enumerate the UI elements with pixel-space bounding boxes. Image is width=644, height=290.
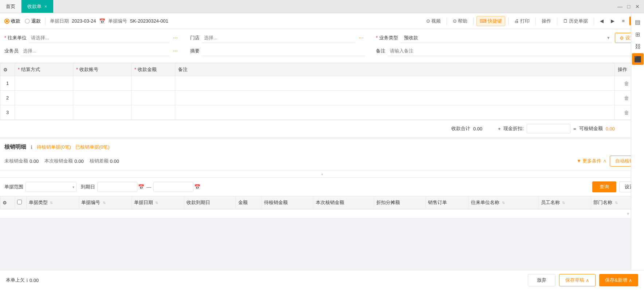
range-select-wrapper xyxy=(25,182,76,192)
gear-icon: ⚙ xyxy=(620,35,624,41)
range-label: 单据范围 xyxy=(4,184,23,190)
divider7 xyxy=(594,17,594,25)
account-cell-2[interactable] xyxy=(73,91,131,105)
remark-cell-1[interactable] xyxy=(175,76,615,91)
range-select[interactable] xyxy=(25,182,76,192)
nav-next-button[interactable]: ▶ xyxy=(608,17,617,25)
refund-radio[interactable]: 退款 xyxy=(25,18,41,24)
settle-cell-1[interactable] xyxy=(15,76,73,91)
diff-value: 0.00 xyxy=(110,158,119,164)
nav-prev-button[interactable]: ◀ xyxy=(597,17,606,25)
help-button[interactable]: ⊙ 帮助 xyxy=(450,16,470,26)
staff-label: 业务员 xyxy=(4,48,19,54)
delete-icon-1[interactable]: 🗑 xyxy=(624,81,629,86)
sort-shop-icon[interactable]: ⇅ xyxy=(615,201,618,205)
col-staff-header: 员工名称 ⇅ xyxy=(539,196,591,209)
sort-no-icon[interactable]: ⇅ xyxy=(103,201,106,205)
footer-balance: 本单上欠 ℹ 0.00 xyxy=(6,277,39,283)
total-value: 0.00 xyxy=(473,126,495,132)
receipt-radio[interactable]: 收款 xyxy=(4,18,20,24)
remark-cell-3[interactable] xyxy=(175,105,615,120)
select-all-checkbox[interactable] xyxy=(17,200,22,204)
staff-input[interactable] xyxy=(21,46,169,56)
table-row: 1 🗑 ⧉ xyxy=(0,76,644,91)
verification-info-icon[interactable]: ℹ xyxy=(31,144,32,150)
divider6 xyxy=(557,17,557,25)
col-settings[interactable]: ⚙ xyxy=(0,196,15,209)
partner-input[interactable] xyxy=(29,33,169,43)
date-from-input[interactable]: 2022-04-01 xyxy=(97,182,137,192)
pending-tab-link[interactable]: 待核销单据(0笔) xyxy=(37,144,71,150)
done-tab-link[interactable]: 已核销单据(0笔) xyxy=(75,144,110,150)
date-to-icon[interactable]: 📅 xyxy=(194,184,200,190)
sort-staff-icon[interactable]: ⇅ xyxy=(562,201,565,205)
print-button[interactable]: 🖨 打印 xyxy=(511,16,533,26)
footer: 本单上欠 ℹ 0.00 放弃 保存草稿 ∧ 保存&新增 ∧ xyxy=(0,270,644,290)
tab-receipt[interactable]: 收款单 × xyxy=(21,0,53,13)
current-label: 本次核销金额 xyxy=(44,158,73,164)
amount-cell-2[interactable] xyxy=(131,91,175,105)
more-conditions-button[interactable]: ▼ 更多条件 ∧ xyxy=(577,158,607,164)
date-to-input[interactable]: 2022-04-12 xyxy=(153,182,193,192)
amount-cell-1[interactable] xyxy=(131,76,175,91)
biz-type-select[interactable]: 预收款 ▾ xyxy=(400,33,612,43)
shortcut-label: 快捷键 xyxy=(488,18,502,24)
biz-type-field: 业务类型 预收款 ▾ xyxy=(376,33,612,43)
receipt-table: ⚙ 结算方式 收款账号 收款金额 备注 操作 xyxy=(0,63,644,120)
shortcut-button[interactable]: ⌨ 快捷键 xyxy=(476,16,505,26)
partner-more-icon[interactable]: ··· xyxy=(172,35,179,41)
shop-more-icon[interactable]: ··· xyxy=(357,35,365,41)
refund-label: 退款 xyxy=(31,18,41,24)
remark-cell-2[interactable] xyxy=(175,91,615,105)
expand-indicator[interactable]: ▾ xyxy=(0,170,644,177)
shop-input[interactable] xyxy=(202,33,355,43)
section-title: 核销明细 xyxy=(4,144,26,150)
date-from-icon[interactable]: 📅 xyxy=(138,184,144,190)
list-view-button[interactable]: ≡ xyxy=(619,17,628,25)
close-window-button[interactable]: ✕ xyxy=(634,3,641,10)
staff-more-icon[interactable]: ··· xyxy=(172,48,179,54)
calendar-icon[interactable]: 📅 xyxy=(99,18,105,24)
operation-button[interactable]: 操作 xyxy=(539,16,554,26)
tab-close-icon[interactable]: × xyxy=(44,4,47,9)
memo-field: 摘要 xyxy=(190,46,365,56)
main-content: 往来单位 ··· 门店 ··· 业务类型 预收款 ▾ xyxy=(0,29,644,277)
memo-input[interactable] xyxy=(202,46,365,56)
shortcut-icon: ⌨ xyxy=(480,18,487,24)
table-row: 2 🗑 ⧉ xyxy=(0,91,644,105)
history-button[interactable]: 🗒 历史单据 xyxy=(560,16,591,26)
maximize-button[interactable]: □ xyxy=(625,3,632,10)
sort-partner-icon[interactable]: ⇅ xyxy=(502,201,505,205)
tab-home[interactable]: 首页 xyxy=(0,0,21,13)
sidebar-grid-icon[interactable]: ⊞ xyxy=(632,28,644,40)
remark-input[interactable] xyxy=(388,46,640,56)
settle-cell-3[interactable] xyxy=(15,105,73,120)
discount-input[interactable] xyxy=(527,124,570,133)
doc-date-label: 单据日期 xyxy=(50,18,69,24)
query-button[interactable]: 查询 xyxy=(592,181,616,192)
toolbar: 收款 退款 单据日期 2023-03-24 📅 单据编号 SK-20230324… xyxy=(0,13,644,29)
video-button[interactable]: ⊙ 视频 xyxy=(423,16,444,26)
save-draft-button[interactable]: 保存草稿 ∧ xyxy=(559,274,596,286)
settle-cell-2[interactable] xyxy=(15,91,73,105)
sidebar-link-icon[interactable]: ⛓ xyxy=(632,41,644,52)
sidebar-table-icon[interactable]: ▤ xyxy=(632,16,644,28)
delete-icon-2[interactable]: 🗑 xyxy=(624,95,629,101)
balance-info-icon[interactable]: ℹ xyxy=(26,278,28,283)
discard-button[interactable]: 放弃 xyxy=(528,274,555,286)
unchecked-label: 未核销金额 xyxy=(4,158,28,164)
table-settings-header[interactable]: ⚙ xyxy=(0,63,15,76)
delete-icon-3[interactable]: 🗑 xyxy=(624,110,629,115)
sort-date-icon[interactable]: ⇅ xyxy=(155,201,158,205)
staff-field: 业务员 ··· xyxy=(4,46,179,56)
divider5 xyxy=(535,17,536,25)
form-row-1: 往来单位 ··· 门店 ··· 业务类型 预收款 ▾ xyxy=(4,33,640,43)
sidebar-active-icon[interactable]: ⬛ xyxy=(632,53,644,65)
biz-type-arrow[interactable]: ▾ xyxy=(607,35,610,40)
save-new-button[interactable]: 保存&新增 ∧ xyxy=(599,274,638,286)
sort-type-icon[interactable]: ⇅ xyxy=(50,201,53,205)
account-cell-1[interactable] xyxy=(73,76,131,91)
amount-cell-3[interactable] xyxy=(131,105,175,120)
minimize-button[interactable]: — xyxy=(616,3,624,10)
account-cell-3[interactable] xyxy=(73,105,131,120)
